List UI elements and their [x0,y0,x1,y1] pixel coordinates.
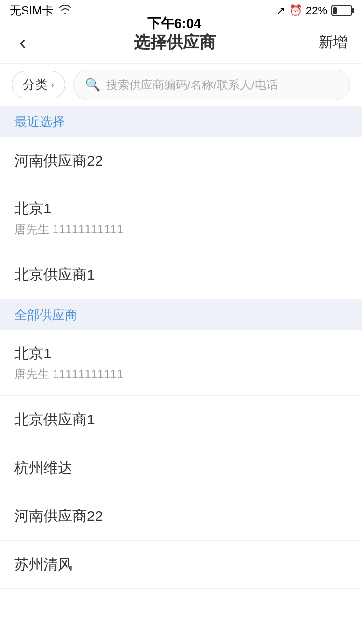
search-box[interactable]: 🔍 搜索供应商编码/名称/联系人/电话 [73,70,350,100]
item-sub-r2: 唐先生 11111111111 [14,222,348,237]
section-header-all: 全部供应商 [0,299,362,330]
category-button[interactable]: 分类 › [12,71,65,98]
search-placeholder: 搜索供应商编码/名称/联系人/电话 [106,77,278,93]
category-arrow-icon: › [51,79,54,90]
search-icon: 🔍 [85,77,100,92]
list-item-a1[interactable]: 北京1唐先生 11111111111 [0,330,362,396]
page-title: 选择供应商 [134,31,216,54]
list-item-a4[interactable]: 河南供应商22 [0,492,362,541]
location-icon: ↗ [277,4,285,17]
status-bar: 无SIM卡 下午6:04 ↗ ⏰ 22% [0,0,362,21]
item-name-r1: 河南供应商22 [14,151,348,171]
list-item-a5[interactable]: 苏州清风 [0,541,362,589]
battery-pct: 22% [306,4,327,17]
status-right: ↗ ⏰ 22% [277,4,352,17]
wifi-icon [58,4,72,17]
filter-bar: 分类 › 🔍 搜索供应商编码/名称/联系人/电话 [0,64,362,106]
item-name-a1: 北京1 [14,344,348,364]
item-name-a3: 杭州维达 [14,458,348,478]
list-item-a2[interactable]: 北京供应商1 [0,396,362,444]
add-button[interactable]: 新增 [319,32,348,52]
item-name-r3: 北京供应商1 [14,265,348,285]
item-sub-a1: 唐先生 11111111111 [14,366,348,382]
carrier-text: 无SIM卡 [10,3,54,18]
battery-icon [331,5,352,16]
item-name-a4: 河南供应商22 [14,506,348,526]
section-title-recent: 最近选择 [14,113,65,130]
back-button[interactable]: ‹ [14,26,31,59]
section-header-recent: 最近选择 [0,106,362,137]
item-name-r2: 北京1 [14,199,348,219]
alarm-icon: ⏰ [289,4,302,17]
category-label: 分类 [23,76,48,93]
item-name-a5: 苏州清风 [14,555,348,574]
list-item-a3[interactable]: 杭州维达 [0,444,362,492]
item-name-a2: 北京供应商1 [14,410,348,430]
status-left: 无SIM卡 [10,3,72,18]
list-item-r3[interactable]: 北京供应商1 [0,251,362,299]
list-item-r2[interactable]: 北京1唐先生 11111111111 [0,185,362,251]
section-title-all: 全部供应商 [14,307,77,323]
supplier-list: 最近选择河南供应商22北京1唐先生 11111111111北京供应商1全部供应商… [0,106,362,589]
list-item-r1[interactable]: 河南供应商22 [0,137,362,185]
status-time: 下午6:04 [147,14,201,33]
